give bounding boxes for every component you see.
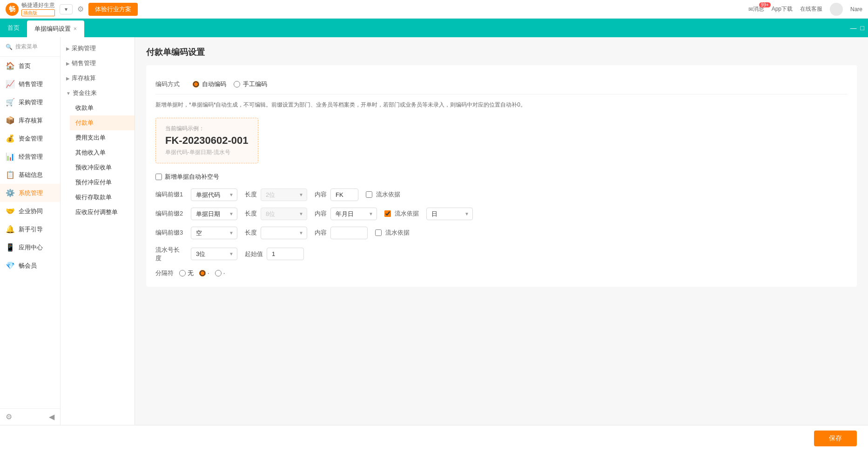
- sidebar-item-operations[interactable]: 📊 经营管理: [0, 148, 60, 166]
- sidebar-item-apps[interactable]: 📱 应用中心: [0, 238, 60, 256]
- tree-item-inventory-calc[interactable]: ▶ 库存核算: [61, 71, 135, 86]
- serial-length-select[interactable]: 3位: [191, 248, 237, 260]
- message-badge-wrap[interactable]: ✉ 消息 99+: [748, 5, 764, 13]
- sep-dot-option[interactable]: ·: [199, 269, 209, 276]
- prefix2-unit-wrap[interactable]: 日: [426, 208, 473, 220]
- prefix1-length-select[interactable]: 2位: [261, 188, 307, 201]
- sidebar-item-system[interactable]: ⚙️ 系统管理: [0, 184, 60, 202]
- tab-coding-settings[interactable]: 单据编码设置 ×: [27, 20, 84, 37]
- preview-desc: 单据代码-单据日期-流水号: [165, 148, 249, 156]
- sep-dot-radio[interactable]: [199, 270, 206, 276]
- coding-method-row: 编码方式 自动编码 手工编码: [155, 74, 848, 94]
- auto-code-option[interactable]: 自动编码: [193, 80, 226, 88]
- prefix2-select[interactable]: 单据日期: [191, 208, 237, 220]
- tree-item-bank-deposit[interactable]: 银行存取款单: [70, 190, 135, 205]
- apps-icon: 📱: [6, 243, 15, 252]
- tree-item-capital-flow[interactable]: ▼ 资金往来: [61, 86, 135, 101]
- tree-item-sales-mgmt[interactable]: ▶ 销售管理: [61, 56, 135, 71]
- app-download-link[interactable]: App下载: [772, 5, 793, 13]
- tree-item-expense[interactable]: 费用支出单: [70, 130, 135, 145]
- expand-button[interactable]: □: [861, 24, 864, 32]
- logo: 畅 畅捷通好生意 插曲版: [6, 2, 55, 16]
- dropdown-button[interactable]: ▾: [60, 4, 73, 14]
- nav-tabs: 首页 单据编码设置 × — □: [0, 19, 868, 37]
- sep-dash-radio[interactable]: [215, 270, 222, 276]
- tree-item-other-income[interactable]: 其他收入单: [70, 145, 135, 160]
- prefix1-content-group: 内容: [315, 188, 358, 201]
- inventory-icon: 📦: [6, 116, 15, 125]
- prefix2-length-wrap[interactable]: 8位: [261, 208, 307, 220]
- settings-card: 编码方式 自动编码 手工编码 新增单据时，*单据编码*自动生成，不可编辑。前缀设…: [146, 65, 857, 287]
- main-content: 付款单编码设置 编码方式 自动编码 手工编码: [135, 37, 868, 425]
- sidebar-item-finance[interactable]: 💰 资金管理: [0, 129, 60, 148]
- prefix1-watermark-checkbox[interactable]: [366, 191, 372, 198]
- preview-label: 当前编码示例：: [165, 125, 249, 133]
- sep-none-option[interactable]: 无: [179, 269, 194, 277]
- prefix3-row: 编码前缀3 空 长度: [155, 227, 848, 239]
- serial-length-row: 流水号长度 3位 起始值: [155, 246, 848, 263]
- tree-arrow-purchase: ▶: [66, 46, 70, 51]
- prefix1-select-wrap[interactable]: 单据代码: [191, 188, 237, 201]
- tree-item-prepay-payable[interactable]: 预付冲应付单: [70, 175, 135, 190]
- auto-code-radio[interactable]: [193, 81, 199, 88]
- search-menu-button[interactable]: 🔍 搜索菜单: [4, 41, 40, 53]
- prefix3-watermark-checkbox[interactable]: [375, 229, 382, 236]
- tab-close-icon[interactable]: ×: [74, 26, 77, 32]
- sidebar-item-sales[interactable]: 📈 销售管理: [0, 75, 60, 93]
- auto-fill-checkbox[interactable]: [155, 174, 162, 180]
- tree-item-purchase-mgmt[interactable]: ▶ 采购管理: [61, 41, 135, 56]
- operations-icon: 📊: [6, 152, 15, 161]
- top-bar: 畅 畅捷通好生意 插曲版 ▾ ⚙ 体验行业方案 ✉ 消息 99+ App下载 在…: [0, 0, 868, 19]
- prefix3-length-select[interactable]: [261, 227, 307, 239]
- prefix2-length-group: 长度 8位: [245, 208, 307, 220]
- tree-item-ap-adjust[interactable]: 应收应付调整单: [70, 205, 135, 220]
- prefix3-select[interactable]: 空: [191, 227, 237, 239]
- prefix2-length-select[interactable]: 8位: [261, 208, 307, 220]
- prefix2-watermark-checkbox[interactable]: [384, 210, 391, 217]
- serial-start-input[interactable]: [267, 248, 304, 260]
- prefix2-select-wrap[interactable]: 单据日期: [191, 208, 237, 220]
- prefix2-unit-select[interactable]: 日: [426, 208, 473, 220]
- manual-code-radio[interactable]: [234, 81, 240, 88]
- minimize-button[interactable]: —: [850, 24, 857, 32]
- prefix3-select-wrap[interactable]: 空: [191, 227, 237, 239]
- tree-item-receipt[interactable]: 收款单: [70, 101, 135, 115]
- prefix3-length-wrap[interactable]: [261, 227, 307, 239]
- save-button[interactable]: 保存: [814, 431, 857, 446]
- prefix1-label: 编码前缀1: [155, 190, 183, 199]
- sep-dash-option[interactable]: ·: [215, 269, 225, 276]
- prefix1-select[interactable]: 单据代码: [191, 188, 237, 201]
- user-avatar[interactable]: [830, 3, 843, 16]
- prefix1-length-wrap[interactable]: 2位: [261, 188, 307, 201]
- manual-code-option[interactable]: 手工编码: [234, 80, 267, 88]
- prefix1-content-input[interactable]: [330, 188, 358, 201]
- tab-home[interactable]: 首页: [0, 19, 27, 37]
- trial-button[interactable]: 体验行业方案: [88, 3, 138, 16]
- settings-icon-button[interactable]: ⚙: [6, 412, 12, 421]
- prefix2-content-wrap[interactable]: 年月日: [330, 208, 377, 220]
- sidebar-item-enterprise[interactable]: 🤝 企业协同: [0, 202, 60, 220]
- search-icon: 🔍: [6, 44, 13, 50]
- system-icon: ⚙️: [6, 188, 15, 197]
- sidebar-item-basic[interactable]: 📋 基础信息: [0, 166, 60, 184]
- prefix2-content-select[interactable]: 年月日: [330, 208, 377, 220]
- tree-item-payment[interactable]: 付款单: [70, 115, 135, 130]
- sidebar-item-purchase[interactable]: 🛒 采购管理: [0, 93, 60, 111]
- sidebar: 🔍 搜索菜单 🏠 首页 📈 销售管理 🛒 采购管理 📦 库存核算 💰 资金管理 …: [0, 37, 61, 425]
- collapse-sidebar-button[interactable]: ◀: [49, 412, 54, 421]
- sep-none-radio[interactable]: [179, 270, 186, 276]
- main-layout: 🔍 搜索菜单 🏠 首页 📈 销售管理 🛒 采购管理 📦 库存核算 💰 资金管理 …: [0, 37, 868, 425]
- sidebar-item-guide[interactable]: 🔔 新手引导: [0, 220, 60, 238]
- serial-length-select-wrap[interactable]: 3位: [191, 248, 237, 260]
- sidebar-item-vip[interactable]: 💎 畅会员: [0, 256, 60, 275]
- prefix2-watermark-group: 流水依据: [384, 209, 419, 218]
- gear-button[interactable]: ⚙: [77, 5, 84, 13]
- tree-item-prepay-receivable[interactable]: 预收冲应收单: [70, 160, 135, 175]
- top-bar-left: 畅 畅捷通好生意 插曲版 ▾ ⚙ 体验行业方案: [6, 2, 138, 16]
- sidebar-item-inventory[interactable]: 📦 库存核算: [0, 111, 60, 129]
- logo-badge: 插曲版: [21, 9, 55, 16]
- purchase-icon: 🛒: [6, 98, 15, 107]
- online-service-link[interactable]: 在线客服: [800, 5, 822, 13]
- prefix3-content-input[interactable]: [330, 227, 368, 239]
- sidebar-item-home[interactable]: 🏠 首页: [0, 57, 60, 75]
